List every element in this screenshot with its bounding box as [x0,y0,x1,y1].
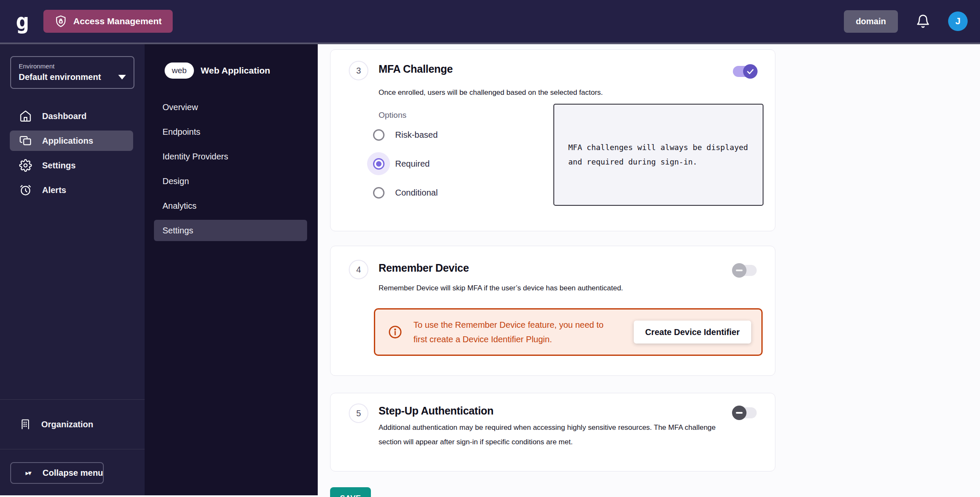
step-number-badge: 4 [349,260,368,279]
top-bar: g Access Management domain J [0,0,980,44]
environment-selector[interactable]: Environment Default environment [10,56,134,89]
app-nav-identity-providers[interactable]: Identity Providers [154,146,307,167]
card-title: MFA Challenge [379,63,453,75]
card-description: Additional authentication may be require… [379,420,732,449]
info-circle-icon [388,325,402,339]
app-nav-settings[interactable]: Settings [154,220,307,241]
radio-option-conditional[interactable]: Conditional [367,181,438,204]
minus-icon [736,412,743,414]
environment-value: Default environment [19,72,101,82]
radio-option-risk-based[interactable]: Risk-based [367,123,438,146]
minus-icon [736,270,743,271]
shield-lock-icon [54,15,67,28]
organization-icon [19,418,31,430]
mfa-info-panel: MFA challenges will always be displayed … [553,104,763,206]
sidebar-item-settings[interactable]: Settings [10,155,133,176]
remember-device-card: 4 Remember Device Remember Device will s… [330,246,775,376]
radio-label: Required [395,159,430,169]
collapse-icon: ▸▾ [26,469,31,477]
step-up-authentication-card: 5 Step-Up Authentication Additional auth… [330,393,775,471]
remember-device-warning: To use the Remember Device feature, you … [374,308,763,356]
sidebar-item-label: Settings [42,161,76,170]
check-icon [746,67,755,76]
sidebar-item-applications[interactable]: Applications [10,131,133,151]
app-nav-overview[interactable]: Overview [154,97,307,118]
sidebar-item-label: Applications [42,136,93,146]
options-label: Options [379,111,406,120]
sidebar-item-alerts[interactable]: Alerts [10,180,133,200]
chevron-down-icon [118,75,126,80]
brand-logo[interactable]: g [16,10,29,32]
mfa-options-radio-group: Risk-based Required Conditional [367,123,438,210]
app-nav-analytics[interactable]: Analytics [154,195,307,216]
divider [0,449,145,449]
alarm-clock-icon [19,184,32,196]
sidebar-item-dashboard[interactable]: Dashboard [10,106,133,126]
application-nav: Overview Endpoints Identity Providers De… [145,97,318,244]
bell-icon [916,14,930,28]
application-header: web Web Application [165,62,318,79]
user-avatar[interactable]: J [948,11,968,31]
sidebar-item-label: Organization [41,420,93,429]
main-content: 3 MFA Challenge Once enrolled, users wil… [318,44,980,495]
step-number-badge: 5 [349,403,368,423]
sidebar-item-label: Dashboard [42,111,86,121]
card-title: Remember Device [379,262,469,274]
home-icon [19,110,32,122]
page-layout: Environment Default environment Dashboar… [0,44,980,495]
save-button[interactable]: SAVE [330,487,371,497]
warning-text: To use the Remember Device feature, you … [413,318,613,346]
app-nav-endpoints[interactable]: Endpoints [154,121,307,142]
gear-icon [19,159,32,172]
create-device-identifier-button[interactable]: Create Device Identifier [634,321,751,344]
step-up-toggle[interactable] [733,407,757,418]
app-type-badge: web [165,62,194,79]
radio-option-required[interactable]: Required [367,152,438,175]
sidebar-item-organization[interactable]: Organization [0,400,145,449]
sidebar-bottom: Organization ▸▾ Collapse menu [0,399,145,495]
app-nav-design[interactable]: Design [154,170,307,192]
domain-button[interactable]: domain [844,10,898,33]
product-badge-label: Access Management [73,16,162,26]
mfa-challenge-toggle[interactable] [733,66,757,77]
application-sidebar: web Web Application Overview Endpoints I… [145,44,318,495]
product-switcher-badge[interactable]: Access Management [43,10,173,33]
mfa-info-text: MFA challenges will always be displayed … [568,140,754,169]
collapse-menu-button[interactable]: ▸▾ Collapse menu [10,462,104,484]
sidebar-item-label: Alerts [42,185,66,195]
app-title: Web Application [201,65,270,76]
notifications-button[interactable] [916,14,930,28]
step-number-badge: 3 [349,61,368,80]
applications-icon [19,134,32,147]
card-title: Step-Up Authentication [379,405,493,417]
mfa-challenge-card: 3 MFA Challenge Once enrolled, users wil… [330,49,775,231]
card-description: Once enrolled, users will be challenged … [379,85,603,100]
primary-sidebar: Environment Default environment Dashboar… [0,44,145,495]
primary-nav: Dashboard Applications [0,106,145,204]
radio-label: Conditional [395,188,438,198]
card-description: Remember Device will skip MFA if the use… [379,281,623,295]
environment-label: Environment [19,62,126,70]
collapse-menu-label: Collapse menu [43,468,103,478]
radio-label: Risk-based [395,130,438,140]
remember-device-toggle[interactable] [733,265,757,276]
